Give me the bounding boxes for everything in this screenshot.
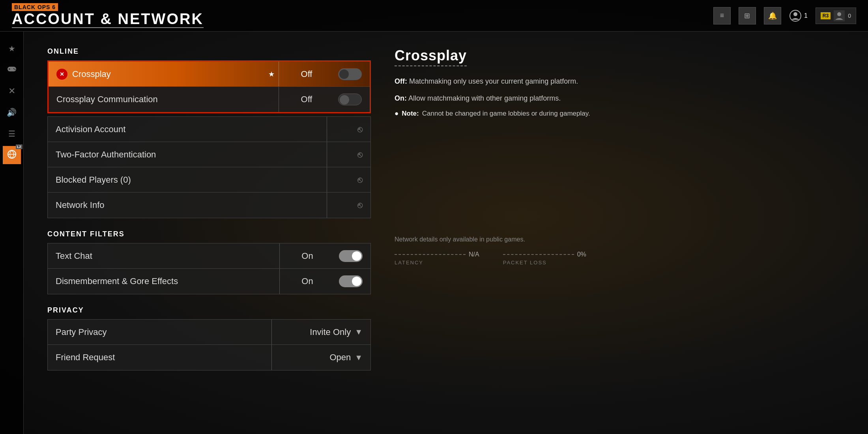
online-section-label: ONLINE: [47, 47, 371, 56]
activision-account-row[interactable]: Activision Account ⎋: [48, 117, 370, 142]
packet-loss-dashed-line: [503, 254, 574, 255]
info-desc-off: Off: Matchmaking only uses your current …: [395, 76, 844, 87]
crossplay-comm-toggle[interactable]: [338, 94, 362, 105]
divider: [279, 87, 279, 112]
crossplay-toggle[interactable]: [338, 68, 362, 80]
packet-loss-label: PACKET LOSS: [503, 260, 586, 266]
list-icon: ☰: [8, 129, 15, 138]
network-stats: N/A LATENCY 0% PACKET LOSS: [395, 251, 844, 266]
latency-label: LATENCY: [395, 260, 479, 266]
menu-icon[interactable]: ≡: [713, 7, 731, 24]
dismemberment-name: Dismemberment & Gore Effects: [56, 276, 275, 286]
note-label: Note:: [402, 110, 419, 118]
text-chat-toggle[interactable]: [339, 250, 363, 262]
online-links-group: Activision Account ⎋ Two-Factor Authenti…: [47, 116, 371, 218]
sidebar-item-network[interactable]: L2: [3, 146, 21, 164]
divider: [327, 167, 327, 192]
sidebar-item-slash[interactable]: ✕: [3, 82, 21, 100]
text-chat-row[interactable]: Text Chat On: [48, 243, 370, 269]
grid-icon[interactable]: ⊞: [739, 7, 756, 24]
blocked-players-ext-control: ⎋: [331, 175, 363, 185]
svg-rect-6: [9, 69, 10, 69]
logo-area: BLACK OPS 6 ACCOUNT & NETWORK: [12, 3, 204, 28]
network-info-row[interactable]: Network Info ⎋: [48, 193, 370, 218]
slash-icon: ✕: [8, 86, 15, 96]
external-link-icon: ⎋: [357, 200, 363, 210]
sidebar-item-audio[interactable]: 🔊: [3, 103, 21, 122]
settings-panel: ONLINE ✕ Crossplay ★ Off: [47, 47, 371, 418]
latency-stat: N/A LATENCY: [395, 251, 479, 266]
dismemberment-toggle[interactable]: [339, 275, 363, 287]
divider: [271, 345, 272, 370]
notification-count: 1: [789, 9, 808, 22]
svg-point-7: [13, 68, 14, 69]
profile-circle-icon: [789, 9, 802, 22]
content-filters-group: Text Chat On Dismemberment & Gore Effect…: [47, 243, 371, 294]
header: BLACK OPS 6 ACCOUNT & NETWORK ≡ ⊞ 🔔 1 R3…: [0, 0, 868, 32]
crossplay-comm-name: Crossplay Communication: [56, 94, 275, 105]
blocked-players-name: Blocked Players (0): [56, 175, 323, 185]
sidebar-item-controller[interactable]: [3, 61, 21, 79]
on-text: Allow matchmaking with other gaming plat…: [408, 94, 561, 102]
svg-point-1: [793, 12, 797, 16]
dropdown-arrow-icon: ▼: [355, 353, 363, 362]
main-layout: ★ ✕ 🔊 ☰: [0, 32, 868, 434]
dismemberment-toggle-control: [331, 275, 363, 287]
crossplay-communication-row[interactable]: Crossplay Communication Off: [49, 87, 370, 112]
text-chat-toggle-control: [331, 250, 363, 262]
text-chat-name: Text Chat: [56, 251, 275, 261]
note-text: Cannot be changed in game lobbies or dur…: [422, 110, 590, 118]
dismemberment-row[interactable]: Dismemberment & Gore Effects On: [48, 269, 370, 294]
off-label: Off:: [395, 77, 407, 85]
info-desc-on: On: Allow matchmaking with other gaming …: [395, 93, 844, 104]
activision-ext-control: ⎋: [331, 124, 363, 135]
packet-loss-value: 0%: [577, 251, 586, 258]
content-filters-section-label: CONTENT FILTERS: [47, 230, 371, 238]
sidebar-item-favorites[interactable]: ★: [3, 39, 21, 58]
network-icon: [7, 149, 17, 161]
crossplay-name: ✕ Crossplay: [56, 69, 268, 80]
player-badge: R3 0: [816, 7, 856, 24]
dismemberment-value: On: [284, 276, 331, 286]
on-label: On:: [395, 94, 407, 102]
crossplay-comm-toggle-control: [330, 94, 362, 105]
friend-request-name: Friend Request: [56, 352, 268, 363]
content-area: ONLINE ✕ Crossplay ★ Off: [24, 32, 868, 434]
bell-icon[interactable]: 🔔: [764, 7, 781, 24]
network-note: Network details only available in public…: [395, 236, 844, 243]
divider: [327, 142, 327, 167]
two-factor-ext-control: ⎋: [331, 150, 363, 160]
crossplay-value: Off: [283, 69, 330, 79]
two-factor-row[interactable]: Two-Factor Authentication ⎋: [48, 142, 370, 167]
party-privacy-dropdown-control[interactable]: Invite Only ▼: [276, 327, 363, 337]
privacy-section-label: PRIVACY: [47, 306, 371, 314]
packet-loss-line: 0%: [503, 251, 586, 258]
star-icon: ★: [8, 44, 15, 53]
crossplay-row[interactable]: ✕ Crossplay ★ Off: [49, 62, 370, 87]
blocked-players-row[interactable]: Blocked Players (0) ⎋: [48, 167, 370, 193]
star-favorite-icon[interactable]: ★: [268, 70, 275, 79]
activision-account-name: Activision Account: [56, 124, 323, 135]
network-info-ext-control: ⎋: [331, 200, 363, 210]
party-privacy-dropdown[interactable]: Invite Only ▼: [276, 327, 363, 337]
packet-loss-stat: 0% PACKET LOSS: [503, 251, 586, 266]
info-panel: Crossplay Off: Matchmaking only uses you…: [395, 47, 844, 418]
friend-request-row[interactable]: Friend Request Open ▼: [48, 345, 370, 370]
audio-icon: 🔊: [7, 108, 17, 117]
friend-request-dropdown-control[interactable]: Open ▼: [276, 352, 363, 363]
divider: [279, 243, 280, 268]
latency-value: N/A: [469, 251, 479, 258]
sidebar: ★ ✕ 🔊 ☰: [0, 32, 24, 434]
divider: [327, 117, 327, 142]
dropdown-arrow-icon: ▼: [355, 327, 363, 337]
latency-dashed-line: [395, 254, 466, 255]
party-privacy-row[interactable]: Party Privacy Invite Only ▼: [48, 320, 370, 345]
notification-number: 1: [804, 12, 808, 19]
network-footer: Network details only available in public…: [395, 118, 844, 266]
external-link-icon: ⎋: [357, 124, 363, 135]
sidebar-item-list[interactable]: ☰: [3, 125, 21, 143]
off-text: Matchmaking only uses your current gamin…: [409, 77, 578, 85]
info-note: ● Note: Cannot be changed in game lobbie…: [395, 110, 844, 118]
friend-request-dropdown[interactable]: Open ▼: [276, 352, 363, 363]
player-rank: R3: [821, 12, 831, 19]
